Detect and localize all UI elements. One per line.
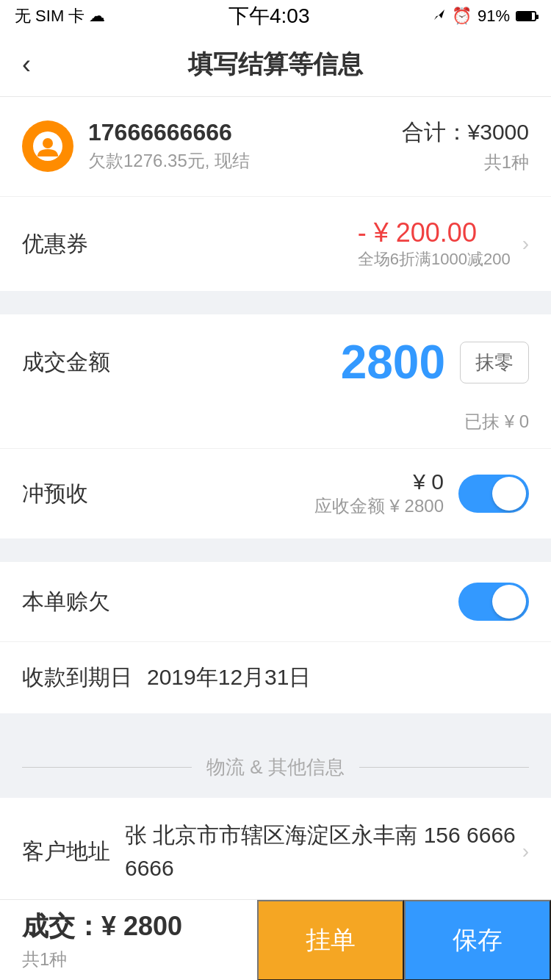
deal-right: 2800 抹零 [341, 335, 529, 389]
due-date-value: 2019年12月31日 [147, 663, 311, 693]
address-label: 客户地址 [22, 837, 110, 867]
pre-receive-right: ¥ 0 应收金额 ¥ 2800 [314, 469, 529, 518]
battery-percent: 91% [478, 7, 510, 26]
avatar [22, 120, 73, 172]
coupon-desc: 全场6折满1000减200 [358, 248, 511, 270]
round-off-button[interactable]: 抹零 [460, 342, 529, 383]
status-left: 无 SIM 卡 ☁ [15, 5, 105, 27]
due-date-label: 收款到期日 [22, 663, 132, 693]
due-date-row: 收款到期日 2019年12月31日 [0, 641, 551, 713]
deal-card: 成交金额 2800 抹零 已抹 ¥ 0 冲预收 ¥ 0 应收金额 ¥ 2800 [0, 314, 551, 538]
pre-amount-block: ¥ 0 应收金额 ¥ 2800 [314, 469, 444, 518]
pre-sub: 应收金额 ¥ 2800 [314, 494, 444, 518]
toggle-knob [492, 477, 526, 511]
coupon-right: - ¥ 200.00 全场6折满1000减200 › [358, 217, 529, 270]
deal-sub: 已抹 ¥ 0 [0, 410, 551, 448]
alarm-icon: ⏰ [452, 7, 472, 26]
deal-row: 成交金额 2800 抹零 [0, 314, 551, 410]
back-button[interactable]: ‹ [22, 49, 31, 80]
coupon-label: 优惠券 [22, 229, 358, 259]
pre-receive-label: 冲预收 [22, 479, 314, 509]
debt-label: 本单赊欠 [22, 587, 458, 617]
sim-signal: 无 SIM 卡 ☁ [15, 5, 105, 27]
address-chevron-icon: › [522, 840, 529, 863]
user-info-text: 17666666666 欠款1276.35元, 现结 [88, 119, 402, 173]
amount-total: 合计：¥3000 [402, 118, 529, 148]
status-bar: 无 SIM 卡 ☁ 下午4:03 ⏰ 91% [0, 0, 551, 32]
user-info-card: 17666666666 欠款1276.35元, 现结 合计：¥3000 共1种 … [0, 97, 551, 291]
debt-card: 本单赊欠 收款到期日 2019年12月31日 [0, 562, 551, 713]
section-divider-2 [0, 550, 551, 562]
pre-amount: ¥ 0 [314, 469, 444, 494]
section-divider-3 [0, 725, 551, 737]
deal-amount: 2800 [341, 335, 445, 389]
deal-label: 成交金额 [22, 347, 341, 378]
debt-toggle[interactable] [458, 583, 529, 621]
status-time: 下午4:03 [228, 2, 310, 30]
bottom-deal-row: 成交：¥ 2800 [22, 909, 235, 945]
user-amount: 合计：¥3000 共1种 [402, 118, 529, 174]
user-phone: 17666666666 [88, 119, 402, 146]
user-subtext: 欠款1276.35元, 现结 [88, 149, 402, 173]
debt-toggle-knob [492, 585, 526, 619]
page-title: 填写结算等信息 [188, 48, 363, 82]
amount-count: 共1种 [402, 151, 529, 174]
status-right: ⏰ 91% [433, 7, 536, 26]
address-value: 张 北京市市辖区海淀区永丰南 156 6666 6666 [125, 818, 516, 884]
chevron-right-icon: › [522, 232, 529, 256]
address-card: 客户地址 张 北京市市辖区海淀区永丰南 156 6666 6666 › [0, 798, 551, 905]
address-row[interactable]: 客户地址 张 北京市市辖区海淀区永丰南 156 6666 6666 › [0, 798, 551, 905]
nav-bar: ‹ 填写结算等信息 [0, 32, 551, 97]
logistics-line-right [359, 767, 529, 768]
coupon-amount: - ¥ 200.00 [358, 217, 511, 248]
debt-row: 本单赊欠 [0, 562, 551, 641]
bottom-bar: 成交：¥ 2800 共1种 挂单 保存 [0, 899, 551, 980]
coupon-row[interactable]: 优惠券 - ¥ 200.00 全场6折满1000减200 › [0, 196, 551, 291]
battery-bar [516, 11, 536, 21]
svg-point-0 [43, 138, 53, 148]
avatar-icon [33, 131, 62, 161]
pre-receive-row: 冲预收 ¥ 0 应收金额 ¥ 2800 [0, 448, 551, 538]
pre-receive-toggle[interactable] [458, 475, 529, 513]
bottom-summary: 成交：¥ 2800 共1种 [0, 909, 257, 971]
battery-icon [433, 7, 446, 26]
bottom-deal-label: 成交： [22, 911, 101, 941]
logistics-title: 物流 & 其他信息 [206, 754, 345, 780]
bottom-count: 共1种 [22, 948, 235, 971]
user-row: 17666666666 欠款1276.35元, 现结 合计：¥3000 共1种 [0, 97, 551, 195]
bottom-deal-amount: ¥ 2800 [101, 911, 182, 941]
logistics-header: 物流 & 其他信息 [0, 737, 551, 798]
section-divider-1 [0, 303, 551, 314]
hold-button[interactable]: 挂单 [257, 900, 404, 981]
save-button[interactable]: 保存 [404, 900, 551, 981]
content-area: 17666666666 欠款1276.35元, 现结 合计：¥3000 共1种 … [0, 97, 551, 980]
logistics-line-left [22, 767, 192, 768]
